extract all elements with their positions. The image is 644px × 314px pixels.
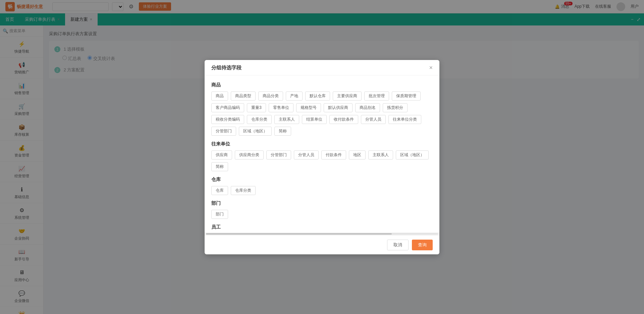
field-tag-goods-14[interactable]: 拣货积分 [383,103,408,112]
field-tag-goods-17[interactable]: 主联系人 [274,115,299,124]
field-tag-goods-16[interactable]: 仓库分类 [247,115,272,124]
field-tags-goods: 商品 商品类型 商品分类 产地 默认仓库 主要供应商 批次管理 保质期管理 客户… [211,91,433,136]
section-title-employee: 员工 [211,224,433,230]
scrollbar-track [206,233,438,235]
field-tag-partner-1[interactable]: 供应商分类 [235,150,264,160]
field-tag-goods-21[interactable]: 往来单位分类 [388,115,421,124]
modal-close-button[interactable]: × [429,65,433,71]
field-tags-dept: 部门 [211,210,433,219]
field-tag-partner-3[interactable]: 分管人员 [294,150,319,160]
field-tag-goods-11[interactable]: 规格型号 [296,103,321,112]
modal-title: 分组待选字段 [211,65,241,71]
field-tag-goods-0[interactable]: 商品 [211,91,228,101]
field-tag-goods-23[interactable]: 区域（地区） [239,127,272,136]
modal-footer: 取消 查询 [205,235,439,254]
field-tag-goods-13[interactable]: 商品别名 [355,103,380,112]
field-tag-goods-22[interactable]: 分管部门 [211,127,236,136]
field-tag-partner-4[interactable]: 付款条件 [321,150,346,160]
field-tag-goods-2[interactable]: 商品分类 [258,91,283,101]
scrollbar-thumb [206,233,392,235]
field-tag-partner-0[interactable]: 供应商 [211,150,232,160]
modal-overlay: 分组待选字段 × 商品 商品 商品类型 商品分类 产地 默认仓库 主要供应商 批… [0,0,644,314]
modal-body: 商品 商品 商品类型 商品分类 产地 默认仓库 主要供应商 批次管理 保质期管理… [205,75,439,233]
field-tag-goods-4[interactable]: 默认仓库 [305,91,330,101]
section-title-partner: 往来单位 [211,141,433,147]
field-select-modal: 分组待选字段 × 商品 商品 商品类型 商品分类 产地 默认仓库 主要供应商 批… [205,60,439,254]
field-tag-warehouse-1[interactable]: 仓库分类 [231,186,256,195]
field-tag-goods-12[interactable]: 默认供应商 [324,103,353,112]
section-title-dept: 部门 [211,200,433,206]
field-tag-goods-20[interactable]: 分管人员 [361,115,386,124]
field-tag-partner-6[interactable]: 主联系人 [368,150,393,160]
field-tag-goods-5[interactable]: 主要供应商 [333,91,362,101]
field-tag-goods-7[interactable]: 保质期管理 [392,91,421,101]
field-tag-goods-10[interactable]: 零售单位 [269,103,293,112]
field-tag-goods-15[interactable]: 税收分类编码 [211,115,244,124]
field-tag-warehouse-0[interactable]: 仓库 [211,186,228,195]
field-tag-goods-6[interactable]: 批次管理 [364,91,389,101]
field-tags-partner: 供应商 供应商分类 分管部门 分管人员 付款条件 地区 主联系人 区域（地区） … [211,150,433,171]
confirm-button[interactable]: 查询 [412,240,433,250]
field-tag-goods-24[interactable]: 简称 [274,127,291,136]
field-tag-goods-18[interactable]: 结算单位 [302,115,327,124]
field-tag-partner-5[interactable]: 地区 [349,150,366,160]
section-title-goods: 商品 [211,82,433,88]
modal-horizontal-scrollbar[interactable] [205,233,439,235]
field-tag-partner-8[interactable]: 简称 [211,162,228,171]
cancel-button[interactable]: 取消 [387,240,409,250]
section-title-warehouse: 仓库 [211,177,433,183]
field-tag-partner-2[interactable]: 分管部门 [266,150,291,160]
field-tag-partner-7[interactable]: 区域（地区） [396,150,429,160]
field-tag-goods-8[interactable]: 客户商品编码 [211,103,244,112]
field-tag-goods-1[interactable]: 商品类型 [231,91,256,101]
modal-header: 分组待选字段 × [205,60,439,75]
field-tag-goods-3[interactable]: 产地 [286,91,303,101]
field-tags-warehouse: 仓库 仓库分类 [211,186,433,195]
field-tag-goods-9[interactable]: 重量3 [247,103,266,112]
field-tag-dept-0[interactable]: 部门 [211,210,228,219]
field-tag-goods-19[interactable]: 收付款条件 [329,115,358,124]
